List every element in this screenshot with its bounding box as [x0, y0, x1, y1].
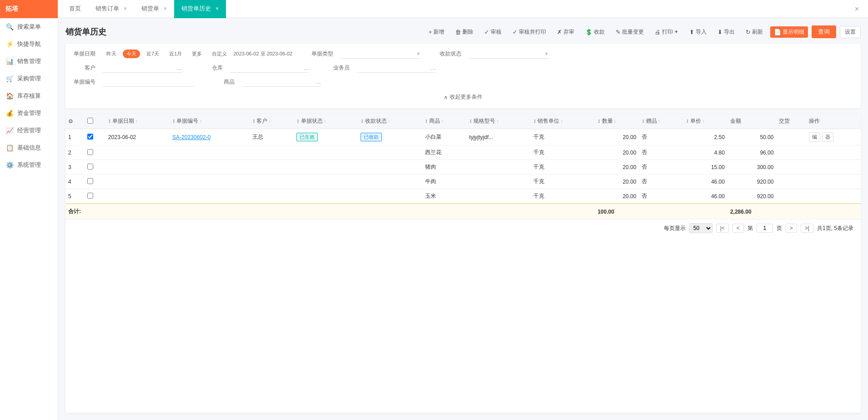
col-customer[interactable]: ↕ 客户: [250, 114, 294, 129]
approve-button[interactable]: ✓ 审核: [481, 26, 505, 38]
col-gift[interactable]: ↕ 赠品: [639, 114, 683, 129]
refresh-button[interactable]: ↻ 刷新: [742, 26, 767, 38]
col-unit-price[interactable]: ↕ 单价: [683, 114, 728, 129]
row-checkbox[interactable]: [87, 134, 93, 140]
payment-status-dropdown-icon[interactable]: ▼: [544, 51, 549, 56]
sidebar-item-sales-mgmt[interactable]: 📊 销售管理: [0, 53, 58, 70]
quick-nav-icon: ⚡: [5, 40, 14, 48]
print-icon: 🖨: [655, 29, 661, 35]
edit-btn[interactable]: 编: [809, 132, 820, 142]
warehouse-input[interactable]: [230, 63, 304, 72]
doc-type-input[interactable]: [341, 49, 414, 58]
print-dropdown-icon: ▼: [674, 30, 678, 34]
doc-no-input[interactable]: [103, 77, 194, 87]
sidebar-item-inventory[interactable]: 🏠 库存核算: [0, 87, 58, 105]
salesperson-input[interactable]: [357, 63, 431, 72]
print-button[interactable]: 🖨 打印 ▼: [651, 26, 682, 38]
show-detail-button[interactable]: 📄 显示明细: [770, 26, 808, 38]
tab-sales-history-close[interactable]: ×: [216, 5, 219, 12]
col-goods[interactable]: ↕ 商品: [422, 114, 467, 129]
delete-button[interactable]: 🗑 删除: [452, 26, 477, 38]
sidebar-item-finance[interactable]: 💰 资金管理: [0, 105, 58, 122]
col-doc-status[interactable]: ↕ 单据状态: [294, 114, 358, 129]
toolbar: + 新增 🗑 删除 ✓ 审核 ✓ 审核并打印 ✗ 弃审: [425, 25, 861, 38]
goods-more-icon[interactable]: ...: [316, 78, 321, 85]
tab-sales-delivery[interactable]: 销货单 ×: [134, 0, 174, 18]
payment-status-input[interactable]: [469, 49, 542, 58]
row-checkbox[interactable]: [87, 178, 93, 184]
row-checkbox[interactable]: [87, 193, 93, 199]
sidebar-item-label: 库存核算: [17, 92, 41, 100]
sidebar-item-system-mgmt[interactable]: ⚙️ 系统管理: [0, 156, 58, 174]
sidebar-item-basic-info[interactable]: 📋 基础信息: [0, 139, 58, 156]
summary-total-quantity: 100.00: [595, 204, 639, 219]
sidebar-item-purchase-mgmt[interactable]: 🛒 采购管理: [0, 70, 58, 87]
tab-sales-delivery-close[interactable]: ×: [164, 5, 167, 12]
date-tag-more[interactable]: 更多: [188, 50, 206, 58]
row-checkbox[interactable]: [87, 164, 93, 170]
print-label: 打印: [662, 28, 673, 36]
setting-button[interactable]: 设置: [840, 26, 861, 38]
page-input[interactable]: [757, 224, 773, 233]
date-tag-custom[interactable]: 自定义: [208, 50, 231, 58]
abandon-button[interactable]: ✗ 弃审: [553, 26, 578, 38]
per-page-select[interactable]: 50 100 200: [689, 223, 712, 233]
show-detail-label: 显示明细: [783, 28, 804, 36]
sidebar-item-quick-nav[interactable]: ⚡ 快捷导航: [0, 35, 58, 53]
col-settings[interactable]: ⚙: [65, 114, 85, 129]
tab-sales-order-close[interactable]: ×: [124, 5, 127, 12]
approve-print-button[interactable]: ✓ 审核并打印: [509, 26, 550, 38]
tab-sales-history[interactable]: 销货单历史 ×: [174, 0, 226, 18]
batch-change-button[interactable]: ✎ 批量变更: [612, 26, 647, 38]
col-doc-no[interactable]: ↕ 单据编号: [170, 114, 250, 129]
warehouse-more-icon[interactable]: ...: [304, 64, 309, 71]
date-tag-yesterday[interactable]: 昨天: [103, 50, 120, 58]
prev-page-btn[interactable]: <: [733, 224, 744, 233]
new-icon: +: [428, 29, 432, 35]
col-quantity[interactable]: ↕ 数量: [595, 114, 639, 129]
export-button[interactable]: ⬇ 导出: [714, 26, 738, 38]
col-spec[interactable]: ↕ 规格型号: [467, 114, 531, 129]
goods-input[interactable]: [242, 77, 316, 86]
first-page-btn[interactable]: |<: [716, 224, 729, 233]
next-page-btn[interactable]: >: [786, 224, 797, 233]
doc-no-link[interactable]: SA-20230602-0: [172, 134, 211, 140]
last-page-btn[interactable]: >|: [801, 224, 813, 233]
new-button[interactable]: + 新增: [425, 26, 448, 38]
total-info: 共1页, 5条记录: [817, 225, 853, 232]
more-btn[interactable]: 器: [822, 132, 833, 142]
tab-sales-delivery-label: 销货单: [141, 5, 159, 13]
col-operation: 操作: [806, 114, 861, 129]
col-checkbox[interactable]: [85, 114, 105, 129]
sidebar: 拓塔 🔍 搜索菜单 ⚡ 快捷导航 📊 销售管理 🛒 采购管理 🏠 库存核算 💰 …: [0, 0, 58, 420]
abandon-label: 弃审: [563, 28, 574, 36]
import-button[interactable]: ⬆ 导入: [686, 26, 710, 38]
approve-print-icon: ✓: [512, 29, 517, 35]
col-unit[interactable]: ↕ 销售单位: [531, 114, 595, 129]
col-doc-date[interactable]: ↕ 单据日期: [105, 114, 170, 129]
tab-home[interactable]: 首页: [62, 0, 88, 18]
select-all-checkbox[interactable]: [87, 118, 93, 124]
col-amount: 金额: [728, 114, 776, 129]
date-tag-today[interactable]: 今天: [123, 50, 140, 58]
customer-input[interactable]: [103, 63, 176, 72]
tab-bar: 首页 销售订单 × 销货单 × 销货单历史 × ×: [58, 0, 868, 18]
collapse-arrow-icon: ∧: [444, 94, 448, 100]
close-all-tabs[interactable]: ×: [849, 5, 864, 13]
doc-type-dropdown-icon[interactable]: ▼: [416, 51, 421, 56]
collapse-btn[interactable]: ∧ 收起更多条件: [73, 91, 853, 103]
summary-total-amount: 2,286.00: [728, 204, 776, 219]
salesperson-more-icon[interactable]: ...: [431, 64, 436, 71]
col-transaction: 交货: [776, 114, 806, 129]
row-checkbox[interactable]: [87, 149, 93, 155]
col-payment-status[interactable]: ↕ 收款状态: [358, 114, 422, 129]
query-button[interactable]: 查询: [812, 25, 836, 38]
date-tag-7days[interactable]: 近7天: [143, 50, 163, 58]
sidebar-item-search-menu[interactable]: 🔍 搜索菜单: [0, 18, 58, 35]
date-tag-1month[interactable]: 近1月: [166, 50, 186, 58]
collect-label: 收款: [594, 28, 605, 36]
collect-button[interactable]: 💲 收款: [582, 26, 608, 38]
tab-sales-order[interactable]: 销售订单 ×: [88, 0, 134, 18]
customer-more-icon[interactable]: ...: [176, 64, 182, 71]
sidebar-item-operations[interactable]: 📈 经营管理: [0, 122, 58, 139]
